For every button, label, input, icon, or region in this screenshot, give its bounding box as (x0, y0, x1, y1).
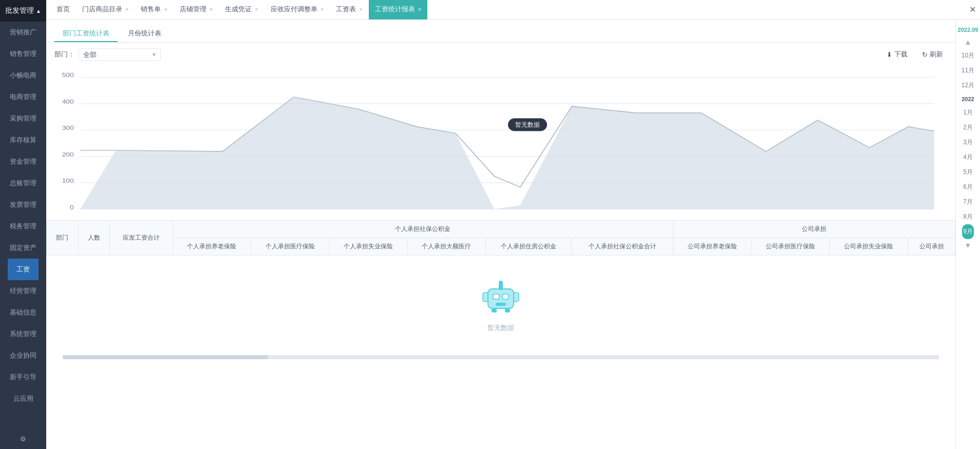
sidebar-item-salary[interactable]: 工资 (8, 259, 39, 280)
download-icon: ⬇ (887, 51, 892, 58)
tab-salary-report[interactable]: 工资统计报表× (369, 0, 427, 19)
sidebar-item-invoice[interactable]: 发票管理 (8, 194, 39, 216)
toolbar: 部门： 全部 ⬇ 下载 ↻ 刷新 (46, 43, 955, 66)
sidebar-item-assets[interactable]: 固定资产 (8, 237, 39, 259)
sub-tabs: 部门工资统计表 月份统计表 (46, 19, 955, 43)
timeline-item-jan[interactable]: 1月 (960, 105, 976, 120)
sidebar-item-guide[interactable]: 新手引导 (8, 366, 39, 388)
download-label: 下载 (894, 50, 908, 59)
dept-label: 部门： (54, 50, 74, 59)
tab-store-mgmt[interactable]: 店铺管理× (174, 0, 219, 19)
timeline-item-jun[interactable]: 6月 (960, 180, 976, 194)
sidebar-title-label: 批发管理 (5, 6, 34, 15)
sidebar-item-purchase[interactable]: 采购管理 (8, 108, 39, 129)
tab-payroll[interactable]: 工资表× (330, 0, 368, 19)
top-tabs: 首页门店商品目录×销售单×店铺管理×生成凭证×应收应付调整单×工资表×工资统计报… (46, 0, 980, 19)
col-personal-major-medical: 个人承担大额医疗 (407, 238, 485, 256)
timeline-item-may[interactable]: 5月 (960, 165, 976, 180)
sidebar-item-finance[interactable]: 资金管理 (8, 151, 39, 172)
table-area[interactable]: 部门 人数 应发工资合计 个人承担社保公积金 公司承担 个人承担养老保险 个人承… (46, 220, 955, 449)
tab-close-salary-report[interactable]: × (418, 6, 421, 12)
sidebar-item-basic[interactable]: 基础信息 (8, 302, 39, 323)
sidebar-item-ecommerce-small[interactable]: 小畅电商 (8, 65, 39, 86)
col-company-other: 公司承担 (908, 238, 955, 256)
col-headcount: 人数 (78, 221, 110, 256)
col-personal-unemployment: 个人承担失业保险 (329, 238, 407, 256)
sidebar-item-ecommerce[interactable]: 电商管理 (8, 86, 39, 108)
download-button[interactable]: ⬇ 下载 (882, 48, 912, 61)
sidebar-settings[interactable]: ⚙ (0, 429, 46, 449)
svg-rect-15 (502, 294, 508, 299)
timeline-down-nav[interactable]: ▼ (956, 239, 980, 251)
timeline-item-mar[interactable]: 3月 (960, 135, 976, 150)
tab-close-receivable[interactable]: × (321, 6, 324, 12)
tab-monthly-stats[interactable]: 月份统计表 (120, 26, 169, 42)
sidebar-item-system[interactable]: 系统管理 (8, 323, 39, 345)
sidebar-item-ledger[interactable]: 总账管理 (8, 172, 39, 194)
empty-text: 暂无数据 (487, 323, 514, 333)
tab-dept-stats[interactable]: 部门工资统计表 (54, 26, 118, 42)
sidebar-item-tax[interactable]: 税务管理 (8, 216, 39, 237)
timeline-item-apr[interactable]: 4月 (960, 150, 976, 165)
chart-svg: 500 400 300 200 100 0 (54, 66, 947, 220)
refresh-label: 刷新 (930, 50, 943, 59)
tab-product-catalog[interactable]: 门店商品目录× (76, 0, 135, 19)
content-area: 部门工资统计表 月份统计表 部门： 全部 ⬇ 下载 (46, 19, 980, 449)
data-table: 部门 人数 应发工资合计 个人承担社保公积金 公司承担 个人承担养老保险 个人承… (46, 220, 955, 353)
svg-text:400: 400 (62, 98, 74, 105)
timeline-item-sep[interactable]: 9月 (962, 224, 974, 239)
col-company-pension: 公司承担养老保险 (673, 238, 751, 256)
scrollbar-thumb (63, 355, 268, 359)
top-tabs-right: ✕ (969, 5, 976, 14)
tab-close-payroll[interactable]: × (359, 6, 362, 12)
tab-close-sales-order[interactable]: × (164, 6, 167, 12)
sidebar-item-sales[interactable]: 销售管理 (8, 43, 39, 65)
timeline-item-feb[interactable]: 2月 (960, 120, 976, 135)
chart-container: 500 400 300 200 100 0 (54, 66, 947, 220)
tab-close-voucher[interactable]: × (255, 6, 258, 12)
timeline-item-nov[interactable]: 11月 (960, 63, 976, 78)
col-dept: 部门 (47, 221, 79, 256)
timeline-item-dec[interactable]: 12月 (960, 78, 976, 93)
tab-close-store-mgmt[interactable]: × (210, 6, 213, 12)
right-timeline-panel: 2022.09 ▲ 10月11月12月20221月2月3月4月5月6月7月8月9… (955, 19, 980, 449)
timeline-item-year2022[interactable]: 2022 (960, 93, 976, 105)
sidebar-item-cloud[interactable]: 云应用 (8, 388, 39, 409)
timeline-item-jul[interactable]: 7月 (960, 194, 976, 209)
col-company-unemployment: 公司承担失业保险 (830, 238, 908, 256)
main-area: 首页门店商品目录×销售单×店铺管理×生成凭证×应收应付调整单×工资表×工资统计报… (46, 0, 980, 449)
svg-rect-21 (492, 308, 497, 313)
page-content: 部门工资统计表 月份统计表 部门： 全部 ⬇ 下载 (46, 19, 955, 449)
empty-state: 暂无数据 (47, 256, 955, 353)
svg-rect-14 (493, 294, 499, 299)
svg-text:100: 100 (62, 177, 74, 184)
col-personal-housing: 个人承担住房公积金 (485, 238, 571, 256)
sidebar-item-marketing[interactable]: 营销推广 (8, 22, 39, 43)
horizontal-scrollbar[interactable] (63, 355, 939, 359)
tab-close-product-catalog[interactable]: × (125, 6, 128, 12)
dept-select[interactable]: 全部 (79, 48, 161, 61)
svg-point-18 (499, 281, 503, 285)
refresh-button[interactable]: ↻ 刷新 (918, 48, 947, 61)
toolbar-left: 部门： 全部 (54, 48, 161, 61)
timeline-item-oct[interactable]: 10月 (960, 48, 976, 63)
toolbar-right: ⬇ 下载 ↻ 刷新 (882, 48, 947, 61)
close-all-button[interactable]: ✕ (969, 5, 976, 14)
svg-rect-19 (483, 292, 488, 302)
tab-home[interactable]: 首页 (50, 0, 76, 19)
col-personal-pension: 个人承担养老保险 (173, 238, 251, 256)
svg-rect-22 (505, 308, 510, 313)
sidebar-arrow-icon: ▲ (36, 8, 41, 14)
sidebar-item-inventory[interactable]: 库存核算 (8, 129, 39, 151)
sidebar-item-operations[interactable]: 经营管理 (8, 280, 39, 302)
timeline-up-nav[interactable]: ▲ (956, 36, 980, 48)
tab-voucher[interactable]: 生成凭证× (219, 0, 264, 19)
sidebar-title[interactable]: 批发管理 ▲ (0, 0, 46, 22)
timeline-item-aug[interactable]: 8月 (960, 209, 976, 224)
tab-receivable[interactable]: 应收应付调整单× (265, 0, 330, 19)
svg-rect-20 (514, 292, 519, 302)
col-group-company: 公司承担 (673, 221, 955, 238)
refresh-icon: ↻ (922, 51, 928, 58)
sidebar-item-enterprise[interactable]: 企业协同 (8, 345, 39, 366)
tab-sales-order[interactable]: 销售单× (135, 0, 173, 19)
